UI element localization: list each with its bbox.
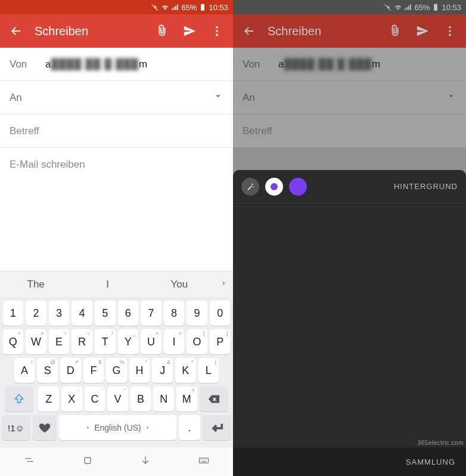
subject-placeholder: Betreff (243, 125, 272, 137)
key-a[interactable]: A! (14, 358, 35, 383)
back-nav-button[interactable] (139, 455, 151, 469)
key-4[interactable]: 4 (72, 301, 92, 326)
key-f[interactable]: F$ (83, 358, 104, 383)
key-r[interactable]: R= (72, 329, 92, 354)
status-bar: 65% 10:53 (0, 0, 233, 14)
key-d[interactable]: D# (60, 358, 81, 383)
wand-icon (246, 182, 255, 191)
key-k[interactable]: K* (175, 358, 196, 383)
subject-row[interactable]: Betreff (233, 115, 466, 148)
signal-icon (171, 3, 179, 11)
body-row[interactable]: E-Mail schreiben (0, 148, 233, 181)
from-row[interactable]: Von a████ ██ █ ███m (0, 48, 233, 81)
gif-picker-panel: HINTERGRUND (233, 170, 466, 447)
home-button[interactable] (82, 455, 94, 469)
from-row[interactable]: Von a████ ██ █ ███m (233, 48, 466, 81)
key-w[interactable]: W× (26, 329, 46, 354)
key-n[interactable]: N (153, 387, 174, 412)
key-e[interactable]: E÷ (49, 329, 70, 354)
subject-row[interactable]: Betreff (0, 115, 233, 148)
clock: 10:53 (209, 3, 228, 12)
picker-bottom-bar: SAMMLUNG (233, 447, 466, 476)
collection-tab[interactable]: SAMMLUNG (406, 458, 455, 466)
from-value: a████ ██ █ ███m (278, 58, 456, 70)
key-t[interactable]: T/ (95, 329, 116, 354)
key-o[interactable]: O[ (187, 329, 207, 354)
page-title: Schreiben (35, 24, 144, 38)
key-9[interactable]: 9 (187, 301, 207, 326)
more-vert-icon (443, 24, 456, 38)
key-3[interactable]: 3 (49, 301, 70, 326)
paperclip-icon (156, 24, 169, 38)
key-c[interactable]: C' (85, 387, 105, 412)
svg-point-2 (216, 34, 218, 36)
suggestion-1[interactable]: The (0, 279, 72, 290)
key-5[interactable]: 5 (95, 301, 116, 326)
shift-key[interactable] (5, 387, 33, 412)
key-q[interactable]: Q+ (3, 329, 24, 354)
back-button[interactable] (7, 22, 25, 40)
key-row-bottom: !1☺ English (US) . (2, 415, 231, 440)
back-button[interactable] (240, 22, 258, 40)
send-icon (416, 24, 429, 38)
key-u[interactable]: U< (141, 329, 161, 354)
send-button[interactable] (414, 22, 431, 40)
down-arrow-icon (139, 455, 151, 466)
effects-button[interactable] (241, 178, 259, 196)
key-row-numbers: 1234567890 (2, 301, 231, 326)
key-j[interactable]: J& (152, 358, 173, 383)
more-button[interactable] (441, 22, 459, 40)
key-m[interactable]: M? (176, 387, 197, 412)
backspace-icon (207, 392, 220, 406)
key-row-zxcv: ZX-C'V"BNM? (2, 387, 231, 412)
key-s[interactable]: S@ (37, 358, 58, 383)
from-value: a████ ██ █ ███m (45, 58, 223, 70)
svg-rect-4 (200, 458, 209, 463)
period-key[interactable]: . (179, 415, 200, 440)
space-key[interactable]: English (US) (59, 415, 176, 440)
key-h[interactable]: H^ (129, 358, 150, 383)
to-row[interactable]: An (0, 81, 233, 115)
key-8[interactable]: 8 (164, 301, 185, 326)
attach-button[interactable] (386, 22, 404, 40)
gif-key[interactable] (33, 415, 57, 440)
more-vert-icon (210, 24, 223, 38)
key-p[interactable]: P] (210, 329, 231, 354)
key-z[interactable]: Z (38, 387, 59, 412)
key-b[interactable]: B (131, 387, 151, 412)
key-y[interactable]: Y_ (118, 329, 139, 354)
color-swatch-selected[interactable] (265, 178, 283, 196)
key-1[interactable]: 1 (3, 301, 24, 326)
send-button[interactable] (181, 22, 198, 40)
more-button[interactable] (208, 22, 226, 40)
key-0[interactable]: 0 (210, 301, 231, 326)
svg-point-5 (449, 26, 451, 29)
expand-recipients[interactable] (213, 91, 223, 104)
key-l[interactable]: L( (198, 358, 219, 383)
suggestion-2[interactable]: I (72, 279, 143, 290)
background-tab[interactable]: HINTERGRUND (394, 182, 458, 191)
key-i[interactable]: I> (164, 329, 185, 354)
recents-button[interactable] (23, 455, 35, 469)
backspace-key[interactable] (200, 387, 228, 412)
color-swatch-purple[interactable] (289, 178, 307, 196)
symbols-key[interactable]: !1☺ (2, 415, 30, 440)
keyboard-nav-button[interactable] (198, 455, 210, 469)
battery-percent: 65% (414, 3, 430, 12)
recents-icon (23, 455, 35, 466)
enter-key[interactable] (203, 415, 231, 440)
expand-recipients[interactable] (446, 91, 456, 104)
key-g[interactable]: G% (106, 358, 127, 383)
key-x[interactable]: X- (61, 387, 82, 412)
suggestion-next[interactable] (215, 279, 233, 290)
key-v[interactable]: V" (107, 387, 128, 412)
key-2[interactable]: 2 (26, 301, 46, 326)
key-6[interactable]: 6 (118, 301, 139, 326)
to-row[interactable]: An (233, 81, 466, 115)
attach-button[interactable] (153, 22, 171, 40)
suggestion-3[interactable]: You (144, 279, 215, 290)
signal-icon (404, 3, 412, 11)
key-7[interactable]: 7 (141, 301, 161, 326)
paperclip-icon (389, 24, 402, 38)
chevron-down-icon (213, 91, 223, 101)
